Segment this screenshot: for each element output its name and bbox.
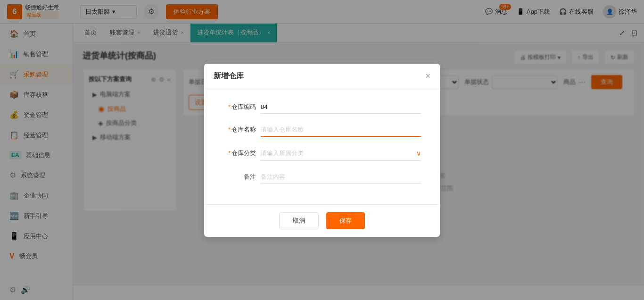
chevron-down-icon: ∨	[416, 150, 421, 157]
form-row-warehouse-category: *仓库分类 请输入所属分类 ∨	[223, 146, 421, 161]
modal-overlay: 新增仓库 × *仓库编码 *仓库名称 *仓库分类	[0, 0, 644, 300]
modal-new-warehouse: 新增仓库 × *仓库编码 *仓库名称 *仓库分类	[204, 64, 440, 237]
form-row-remark: 备注	[223, 170, 421, 183]
field-label-remark: 备注	[223, 173, 261, 181]
modal-body: *仓库编码 *仓库名称 *仓库分类 请输入所属分类 ∨	[204, 89, 440, 204]
modal-title: 新增仓库	[214, 71, 244, 81]
remark-input[interactable]	[261, 170, 421, 183]
field-label-warehouse-category: *仓库分类	[223, 149, 261, 158]
select-placeholder: 请输入所属分类	[261, 149, 304, 158]
form-row-warehouse-name: *仓库名称	[223, 123, 421, 137]
save-button[interactable]: 保存	[326, 212, 365, 229]
modal-footer: 取消 保存	[204, 204, 440, 237]
form-row-warehouse-code: *仓库编码	[223, 100, 421, 114]
warehouse-name-input[interactable]	[261, 123, 421, 137]
field-label-warehouse-name: *仓库名称	[223, 125, 261, 134]
field-label-warehouse-code: *仓库编码	[223, 103, 261, 111]
cancel-button[interactable]: 取消	[279, 212, 319, 229]
modal-close-button[interactable]: ×	[425, 71, 430, 81]
warehouse-category-select[interactable]: 请输入所属分类 ∨	[261, 146, 421, 161]
warehouse-code-input[interactable]	[261, 100, 421, 114]
modal-header: 新增仓库 ×	[204, 64, 440, 89]
